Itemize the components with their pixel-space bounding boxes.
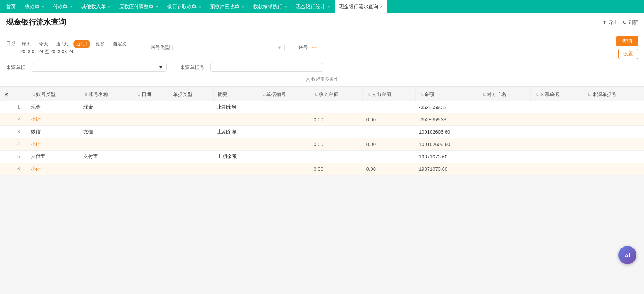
cell-doc-type bbox=[169, 138, 213, 151]
table-row: 5支付宝支付宝上期余额19871073.60 bbox=[0, 151, 644, 163]
cell-date bbox=[132, 126, 169, 138]
chevron-down-icon: ▼ bbox=[158, 64, 163, 70]
cell-counterparty bbox=[478, 138, 530, 151]
page-title: 现金银行流水查询 bbox=[6, 17, 66, 27]
close-icon[interactable]: × bbox=[156, 0, 158, 13]
col-income[interactable]: ⇅ 收入金额 bbox=[310, 88, 362, 101]
cell-expense bbox=[363, 126, 415, 138]
close-icon[interactable]: × bbox=[108, 0, 110, 13]
nav-cash-bank-flow[interactable]: 现金银行流水查询 × bbox=[335, 0, 387, 13]
nav-ar-ap-adjust[interactable]: 应收应付调整单 × bbox=[115, 0, 162, 13]
cell-source-doc bbox=[531, 101, 583, 113]
cell-doc-type bbox=[169, 163, 213, 175]
close-icon[interactable]: × bbox=[327, 0, 330, 13]
cell-source-doc bbox=[531, 138, 583, 151]
cell-income bbox=[310, 101, 362, 113]
sort-icon: ⇅ bbox=[262, 93, 265, 97]
cell-expense: 0.00 bbox=[363, 163, 415, 175]
export-icon: ⬆ bbox=[603, 19, 607, 25]
col-counterparty[interactable]: ⇅ 对方户名 bbox=[478, 88, 530, 101]
cell-account-name bbox=[80, 113, 132, 126]
cell-income: 0.00 bbox=[310, 163, 362, 175]
sort-icon: ⇅ bbox=[84, 93, 87, 97]
account-type-select[interactable]: ▼ bbox=[172, 44, 285, 51]
cell-gear bbox=[0, 101, 14, 113]
cell-balance: 19871073.60 bbox=[415, 151, 478, 163]
table-row: 4小计0.000.00100102606.60 bbox=[0, 138, 644, 151]
nav-collect-verify[interactable]: 收款核销执行 × bbox=[249, 0, 291, 13]
close-icon[interactable]: × bbox=[42, 0, 44, 13]
account-more-button[interactable]: ··· bbox=[310, 44, 318, 51]
cell-doc-type bbox=[169, 113, 213, 126]
cell-account-type: 小计 bbox=[27, 113, 80, 126]
col-doc-no[interactable]: ⇅ 单据编号 bbox=[257, 88, 310, 101]
cell-idx: 1 bbox=[14, 101, 27, 113]
cell-date bbox=[132, 163, 169, 175]
source-doc-no-input[interactable] bbox=[210, 63, 323, 72]
cell-doc-no bbox=[257, 138, 310, 151]
cell-idx: 5 bbox=[14, 151, 27, 163]
nav-receipts[interactable]: 收款单 × bbox=[20, 0, 48, 13]
settings-button[interactable]: 设置 bbox=[618, 49, 638, 59]
col-account-type[interactable]: ⇅ 账号类型 bbox=[27, 88, 80, 101]
col-account-name[interactable]: ⇅ 账号名称 bbox=[80, 88, 132, 101]
nav-payments[interactable]: 付款单 × bbox=[48, 0, 77, 13]
source-doc-label: 来源单据 bbox=[6, 64, 26, 71]
date-opt-1month[interactable]: 近1月 bbox=[73, 40, 91, 48]
cell-balance: -3528659.33 bbox=[415, 113, 478, 126]
cell-balance: -3528659.33 bbox=[415, 101, 478, 113]
cell-source-doc-no bbox=[583, 113, 644, 126]
cell-expense bbox=[363, 101, 415, 113]
cell-idx: 6 bbox=[14, 163, 27, 175]
collapse-button[interactable]: ⋀ 收起更多条件 bbox=[6, 75, 638, 84]
close-icon[interactable]: × bbox=[380, 0, 383, 13]
nav-other-income[interactable]: 其他收入单 × bbox=[77, 0, 115, 13]
date-opt-today[interactable]: 今天 bbox=[36, 40, 51, 48]
cell-source-doc bbox=[531, 126, 583, 138]
cell-income bbox=[310, 126, 362, 138]
cell-balance: 19871073.60 bbox=[415, 163, 478, 175]
sort-icon: ⇅ bbox=[367, 93, 370, 97]
query-button[interactable]: 查询 bbox=[616, 36, 638, 46]
col-gear[interactable]: ⚙ bbox=[0, 88, 14, 101]
col-source-doc-no[interactable]: ⇅ 来源单据号 bbox=[583, 88, 644, 101]
col-balance[interactable]: ⇅ 余额 bbox=[415, 88, 478, 101]
source-doc-select[interactable]: ▼ bbox=[32, 63, 167, 72]
nav-advance-collect[interactable]: 预收冲应收单 × bbox=[206, 0, 248, 13]
close-icon[interactable]: × bbox=[242, 0, 244, 13]
chevron-down-icon: ▼ bbox=[277, 45, 281, 50]
export-button[interactable]: ⬆ 导出 bbox=[603, 19, 618, 26]
cell-doc-type bbox=[169, 101, 213, 113]
cell-counterparty bbox=[478, 101, 530, 113]
cell-gear bbox=[0, 151, 14, 163]
table-body: 1现金现金上期余额-3528659.332小计0.000.00-3528659.… bbox=[0, 101, 644, 175]
col-idx bbox=[14, 88, 27, 101]
refresh-button[interactable]: ↻ 刷新 bbox=[623, 19, 638, 26]
cell-source-doc-no bbox=[583, 126, 644, 138]
date-label: 日期 bbox=[6, 40, 16, 47]
col-date[interactable]: ⇅ 日期 bbox=[132, 88, 169, 101]
nav-home[interactable]: 首页 bbox=[2, 0, 20, 13]
nav-cash-bank-stats[interactable]: 现金银行统计 × bbox=[291, 0, 334, 13]
close-icon[interactable]: × bbox=[199, 0, 201, 13]
cell-doc-no bbox=[257, 151, 310, 163]
close-icon[interactable]: × bbox=[70, 0, 72, 13]
col-expense[interactable]: ⇅ 支出金额 bbox=[363, 88, 415, 101]
date-opt-yesterday[interactable]: 昨天 bbox=[19, 40, 34, 48]
cell-idx: 4 bbox=[14, 138, 27, 151]
chevron-up-icon: ⋀ bbox=[306, 77, 310, 82]
cell-account-type: 微信 bbox=[27, 126, 80, 138]
cell-counterparty bbox=[478, 113, 530, 126]
close-icon[interactable]: × bbox=[285, 0, 287, 13]
col-summary: 摘要 bbox=[213, 88, 257, 101]
date-opt-more[interactable]: 更多 bbox=[93, 40, 108, 48]
date-opt-custom[interactable]: 自定义 bbox=[110, 40, 129, 48]
date-opt-7days[interactable]: 近7天 bbox=[53, 40, 71, 48]
refresh-icon: ↻ bbox=[623, 19, 627, 25]
cell-expense: 0.00 bbox=[363, 138, 415, 151]
col-source-doc[interactable]: ⇅ 来源单据 bbox=[531, 88, 583, 101]
cell-account-name bbox=[80, 138, 132, 151]
cell-account-type: 现金 bbox=[27, 101, 80, 113]
cell-gear bbox=[0, 138, 14, 151]
nav-bank-deposit[interactable]: 银行存取款单 × bbox=[163, 0, 206, 13]
